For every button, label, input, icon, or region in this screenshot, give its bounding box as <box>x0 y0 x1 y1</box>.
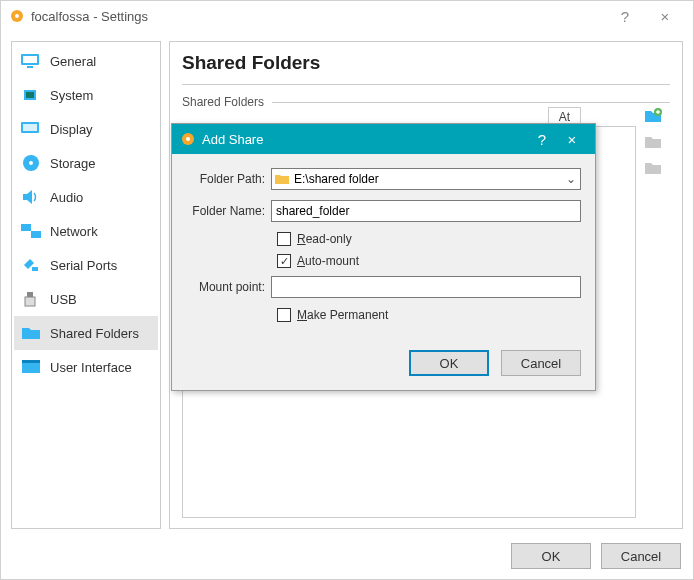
edit-folder-button[interactable] <box>643 132 663 152</box>
sidebar-item-shared-folders[interactable]: Shared Folders <box>14 316 158 350</box>
svg-rect-4 <box>27 66 33 68</box>
window-ok-button[interactable]: OK <box>511 543 591 569</box>
dialog-help-button[interactable]: ? <box>527 131 557 148</box>
settings-window: focalfossa - Settings ? × General System… <box>0 0 694 580</box>
window-title: focalfossa - Settings <box>31 9 605 24</box>
dialog-body: Folder Path: E:\shared folder ⌄ Folder N… <box>172 154 595 340</box>
sidebar-item-label: Shared Folders <box>50 326 139 341</box>
close-button[interactable]: × <box>645 8 685 25</box>
chevron-down-icon: ⌄ <box>562 172 580 186</box>
dialog-footer: OK Cancel <box>172 340 595 390</box>
svg-rect-17 <box>22 360 40 363</box>
folder-path-combo[interactable]: E:\shared folder ⌄ <box>271 168 581 190</box>
serial-icon <box>20 256 42 274</box>
sidebar-item-label: Network <box>50 224 98 239</box>
settings-sidebar: General System Display Storage Audio Net… <box>11 41 161 529</box>
chip-icon <box>20 86 42 104</box>
sidebar-item-label: User Interface <box>50 360 132 375</box>
monitor-icon <box>20 52 42 70</box>
make-permanent-label: Make Permanent <box>297 308 388 322</box>
folder-icon <box>20 324 42 342</box>
display-icon <box>20 120 42 138</box>
readonly-label: Read-only <box>297 232 352 246</box>
sidebar-item-label: General <box>50 54 96 69</box>
window-button-bar: OK Cancel <box>511 543 681 569</box>
usb-icon <box>20 290 42 308</box>
sidebar-item-label: System <box>50 88 93 103</box>
mount-point-input[interactable] <box>271 276 581 298</box>
folder-name-input[interactable] <box>271 200 581 222</box>
svg-rect-8 <box>23 124 37 131</box>
automount-label: Auto-mount <box>297 254 359 268</box>
readonly-checkbox[interactable] <box>277 232 291 246</box>
window-titlebar: focalfossa - Settings ? × <box>1 1 693 31</box>
folder-name-label: Folder Name: <box>186 204 271 218</box>
dialog-cancel-button[interactable]: Cancel <box>501 350 581 376</box>
svg-rect-11 <box>21 224 31 231</box>
svg-rect-15 <box>25 297 35 306</box>
disk-icon <box>20 154 42 172</box>
add-share-dialog: Add Share ? × Folder Path: E:\shared fol… <box>171 123 596 391</box>
network-icon <box>20 222 42 240</box>
svg-rect-3 <box>23 56 37 63</box>
dialog-title: Add Share <box>202 132 527 147</box>
sidebar-item-storage[interactable]: Storage <box>14 146 158 180</box>
remove-folder-button[interactable] <box>643 158 663 178</box>
ui-icon <box>20 358 42 376</box>
sidebar-item-label: USB <box>50 292 77 307</box>
dialog-close-button[interactable]: × <box>557 131 587 148</box>
sidebar-item-user-interface[interactable]: User Interface <box>14 350 158 384</box>
sidebar-item-system[interactable]: System <box>14 78 158 112</box>
add-folder-button[interactable] <box>643 106 663 126</box>
sidebar-item-label: Display <box>50 122 93 137</box>
sidebar-item-label: Storage <box>50 156 96 171</box>
page-title: Shared Folders <box>182 52 670 80</box>
sidebar-item-display[interactable]: Display <box>14 112 158 146</box>
folder-path-label: Folder Path: <box>186 172 271 186</box>
svg-rect-13 <box>32 267 38 271</box>
sidebar-item-serial-ports[interactable]: Serial Ports <box>14 248 158 282</box>
sidebar-item-audio[interactable]: Audio <box>14 180 158 214</box>
window-cancel-button[interactable]: Cancel <box>601 543 681 569</box>
speaker-icon <box>20 188 42 206</box>
folder-path-value: E:\shared folder <box>292 172 562 186</box>
sidebar-item-label: Audio <box>50 190 83 205</box>
svg-rect-6 <box>26 92 34 98</box>
divider <box>182 84 670 85</box>
svg-point-10 <box>29 161 33 165</box>
sidebar-item-label: Serial Ports <box>50 258 117 273</box>
sidebar-item-network[interactable]: Network <box>14 214 158 248</box>
svg-point-1 <box>15 14 19 18</box>
dialog-gear-icon <box>180 131 196 147</box>
mount-point-label: Mount point: <box>186 280 271 294</box>
dialog-titlebar: Add Share ? × <box>172 124 595 154</box>
app-gear-icon <box>9 8 25 24</box>
svg-rect-14 <box>27 292 33 297</box>
sidebar-item-general[interactable]: General <box>14 44 158 78</box>
folders-toolbar <box>636 102 670 518</box>
automount-checkbox[interactable]: ✓ <box>277 254 291 268</box>
folder-mini-icon <box>272 173 292 185</box>
svg-rect-12 <box>31 231 41 238</box>
help-button[interactable]: ? <box>605 8 645 25</box>
svg-point-20 <box>186 137 190 141</box>
sidebar-item-usb[interactable]: USB <box>14 282 158 316</box>
dialog-ok-button[interactable]: OK <box>409 350 489 376</box>
make-permanent-checkbox[interactable] <box>277 308 291 322</box>
